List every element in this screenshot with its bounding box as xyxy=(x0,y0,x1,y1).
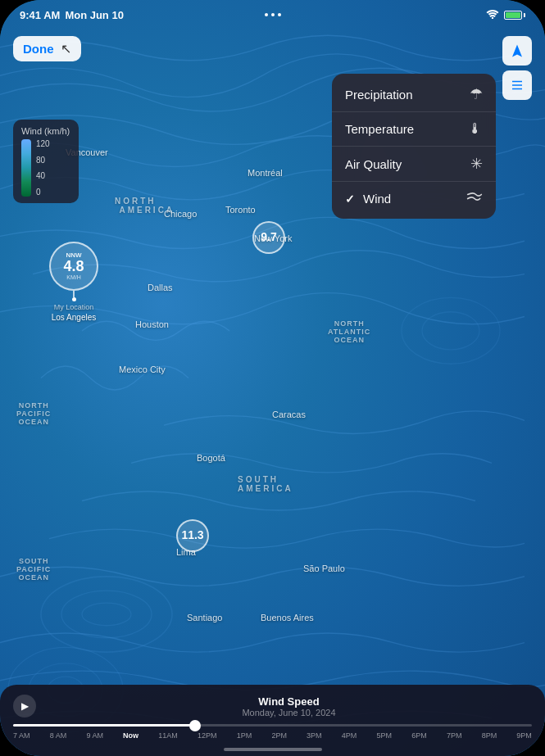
legend-val-40: 40 xyxy=(36,171,50,180)
legend-labels: 120 80 40 0 xyxy=(36,139,50,197)
marker-bubble-main: NNW 4.8 KM/H xyxy=(49,242,98,291)
layers-button[interactable] xyxy=(502,70,532,100)
city-dallas: Dallas xyxy=(148,283,173,292)
menu-item-wind[interactable]: ✓ Wind xyxy=(332,182,496,215)
marker-bubble-lima: 11.3 xyxy=(176,519,209,552)
status-bar-left: 9:41 AM Mon Jun 10 xyxy=(20,9,124,21)
cursor-icon: ↖ xyxy=(61,41,71,57)
precipitation-label: Precipitation xyxy=(345,88,413,102)
my-location-sublabel: My Location xyxy=(54,303,94,311)
city-caracas: Caracas xyxy=(272,410,306,419)
status-bar-right xyxy=(486,9,525,21)
status-bar: 9:41 AM Mon Jun 10 xyxy=(0,0,545,29)
time-9am: 9 AM xyxy=(86,731,103,740)
svg-point-3 xyxy=(402,297,500,364)
time-2pm: 2PM xyxy=(271,731,287,740)
time-7am: 7 AM xyxy=(13,731,30,740)
status-bar-center xyxy=(265,13,281,16)
track-background xyxy=(13,724,532,727)
wind-checkmark: ✓ xyxy=(345,192,355,206)
time-8pm: 8PM xyxy=(482,731,497,740)
timeline-header: ▶ Wind Speed Monday, June 10, 2024 xyxy=(13,695,532,718)
home-indicator xyxy=(224,748,322,751)
time-3pm: 3PM xyxy=(307,731,322,740)
wind-label: Wind xyxy=(363,192,391,206)
layer-dropdown-menu: Precipitation ☂ Temperature 🌡 Air Qualit… xyxy=(332,74,496,219)
legend-color-bar xyxy=(21,139,31,197)
north-pacific-label: NorthPacificOcean xyxy=(16,401,51,426)
city-bogota: Bogotá xyxy=(197,453,225,463)
precipitation-icon: ☂ xyxy=(470,85,483,103)
right-controls xyxy=(502,36,532,100)
play-button[interactable]: ▶ xyxy=(13,695,36,718)
south-pacific-label: SouthPacificOcean xyxy=(16,557,51,582)
city-mexico-city: Mexico City xyxy=(119,364,166,374)
timeline-date: Monday, June 10, 2024 xyxy=(46,708,532,718)
legend-val-0: 0 xyxy=(36,188,50,197)
time-11am: 11AM xyxy=(158,731,178,740)
timeline-track[interactable] xyxy=(13,724,532,727)
wind-legend: Wind (km/h) 120 80 40 0 xyxy=(13,120,79,203)
city-houston: Houston xyxy=(135,319,169,329)
city-montreal: Montréal xyxy=(248,168,283,178)
legend-bar-container: 120 80 40 0 xyxy=(21,139,70,197)
marker-lima[interactable]: 11.3 xyxy=(176,519,209,552)
marker-speed-main: 4.8 xyxy=(63,259,84,275)
menu-item-air-quality[interactable]: Air Quality ✳ xyxy=(332,147,496,182)
time-12pm: 12PM xyxy=(198,731,217,740)
wifi-icon xyxy=(486,9,499,21)
status-dot-3 xyxy=(278,13,281,16)
timeline-info: Wind Speed Monday, June 10, 2024 xyxy=(46,695,532,718)
menu-item-precipitation[interactable]: Precipitation ☂ xyxy=(332,77,496,112)
svg-point-4 xyxy=(422,312,479,350)
bottom-panel: ▶ Wind Speed Monday, June 10, 2024 7 AM … xyxy=(0,685,545,756)
status-dot-2 xyxy=(271,13,275,16)
time-4pm: 4PM xyxy=(342,731,357,740)
temperature-icon: 🌡 xyxy=(468,120,483,138)
city-sao-paulo: São Paulo xyxy=(303,564,345,573)
marker-dot xyxy=(72,297,76,301)
time-8am: 8 AM xyxy=(50,731,67,740)
location-button[interactable] xyxy=(502,36,532,66)
device-frame: 9:41 AM Mon Jun 10 xyxy=(0,0,545,756)
air-quality-label: Air Quality xyxy=(345,157,402,171)
marker-bubble-ny: 9.7 xyxy=(252,221,285,254)
track-fill xyxy=(13,724,195,727)
timeline-title: Wind Speed xyxy=(46,695,532,708)
marker-new-york[interactable]: 9.7 xyxy=(252,221,285,254)
status-dot-1 xyxy=(265,13,268,16)
city-buenos-aires: Buenos Aires xyxy=(261,613,314,622)
city-toronto: Toronto xyxy=(225,205,256,215)
north-atlantic-label: NorthAtlanticOcean xyxy=(328,319,370,344)
time-6pm: 6PM xyxy=(411,731,427,740)
legend-val-120: 120 xyxy=(36,139,50,148)
marker-pin xyxy=(73,291,75,297)
south-america-label: SOUTHAMERICA xyxy=(238,475,293,493)
time-1pm: 1PM xyxy=(237,731,252,740)
time-5pm: 5PM xyxy=(377,731,393,740)
marker-speed-lima: 11.3 xyxy=(181,529,203,541)
time-display: 9:41 AM xyxy=(20,9,60,21)
track-thumb[interactable] xyxy=(189,720,201,731)
done-button[interactable]: Done ↖ xyxy=(13,36,81,61)
my-location-label: Los Angeles xyxy=(52,313,97,322)
time-labels: 7 AM 8 AM 9 AM Now 11AM 12PM 1PM 2PM 3PM… xyxy=(13,731,532,740)
city-santiago: Santiago xyxy=(187,613,222,622)
wind-icon xyxy=(466,190,483,207)
date-display: Mon Jun 10 xyxy=(65,9,124,21)
done-label: Done xyxy=(23,42,54,56)
play-icon: ▶ xyxy=(21,700,29,712)
time-7pm: 7PM xyxy=(447,731,462,740)
svg-point-1 xyxy=(61,591,152,638)
temperature-label: Temperature xyxy=(345,122,414,136)
air-quality-icon: ✳ xyxy=(470,155,483,173)
city-chicago: Chicago xyxy=(164,209,197,219)
marker-my-location[interactable]: NNW 4.8 KM/H My Location Los Angeles xyxy=(49,242,98,322)
svg-point-0 xyxy=(41,577,172,652)
menu-item-temperature[interactable]: Temperature 🌡 xyxy=(332,112,496,147)
time-9pm: 9PM xyxy=(516,731,532,740)
svg-point-2 xyxy=(82,603,131,626)
legend-title: Wind (km/h) xyxy=(21,126,70,136)
legend-val-80: 80 xyxy=(36,156,50,165)
marker-unit: KM/H xyxy=(66,274,81,280)
